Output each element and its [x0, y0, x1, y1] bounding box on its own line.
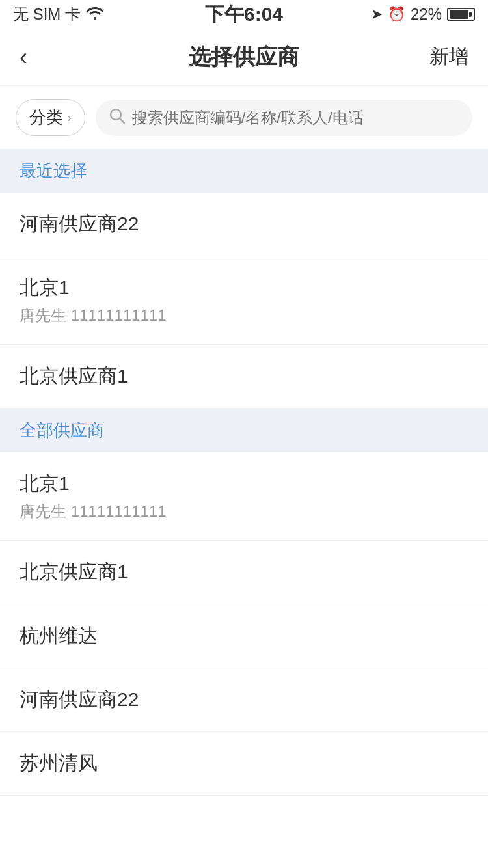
recent-section-header: 最近选择	[0, 149, 488, 193]
search-input[interactable]	[132, 109, 459, 127]
list-item[interactable]: 北京1唐先生 11111111111	[0, 452, 488, 541]
item-name: 北京供应商1	[20, 559, 468, 586]
svg-line-1	[120, 118, 124, 123]
battery-icon	[447, 8, 475, 21]
item-name: 苏州清风	[20, 750, 468, 777]
location-icon: ➤	[371, 6, 383, 23]
all-section-label: 全部供应商	[20, 420, 104, 440]
recent-items-list: 河南供应商22北京1唐先生 11111111111北京供应商1	[0, 193, 488, 409]
list-item[interactable]: 北京1唐先生 11111111111	[0, 256, 488, 345]
list-item[interactable]: 苏州清风	[0, 732, 488, 796]
category-filter-button[interactable]: 分类 ›	[16, 99, 85, 136]
category-label: 分类	[29, 106, 63, 129]
chevron-right-icon: ›	[67, 110, 72, 125]
nav-bar: ‹ 选择供应商 新增	[0, 29, 488, 86]
status-bar: 无 SIM 卡 下午6:04 ➤ ⏰ 22%	[0, 0, 488, 29]
search-box	[96, 100, 472, 136]
list-item[interactable]: 北京供应商1	[0, 541, 488, 604]
item-sub: 唐先生 11111111111	[20, 501, 468, 522]
add-button[interactable]: 新增	[429, 44, 468, 70]
item-sub: 唐先生 11111111111	[20, 305, 468, 326]
all-section-header: 全部供应商	[0, 409, 488, 452]
page-title: 选择供应商	[189, 42, 299, 72]
carrier-text: 无 SIM 卡	[13, 4, 81, 25]
status-right: ➤ ⏰ 22%	[371, 5, 475, 23]
list-item[interactable]: 河南供应商22	[0, 193, 488, 256]
all-items-list: 北京1唐先生 11111111111北京供应商1杭州维达河南供应商22苏州清风	[0, 452, 488, 796]
list-item[interactable]: 杭州维达	[0, 604, 488, 668]
search-icon	[109, 107, 126, 128]
filter-bar: 分类 ›	[0, 86, 488, 149]
alarm-icon: ⏰	[388, 6, 405, 23]
item-name: 河南供应商22	[20, 686, 468, 713]
list-item[interactable]: 河南供应商22	[0, 668, 488, 732]
status-time: 下午6:04	[205, 1, 283, 28]
status-left: 无 SIM 卡	[13, 4, 104, 25]
item-name: 北京供应商1	[20, 363, 468, 390]
recent-section-label: 最近选择	[20, 161, 87, 180]
list-item[interactable]: 北京供应商1	[0, 345, 488, 409]
item-name: 北京1	[20, 470, 468, 497]
item-name: 北京1	[20, 275, 468, 301]
battery-text: 22%	[411, 5, 442, 23]
back-button[interactable]: ‹	[20, 44, 59, 71]
wifi-icon	[86, 5, 104, 23]
item-name: 杭州维达	[20, 623, 468, 649]
item-name: 河南供应商22	[20, 211, 468, 237]
